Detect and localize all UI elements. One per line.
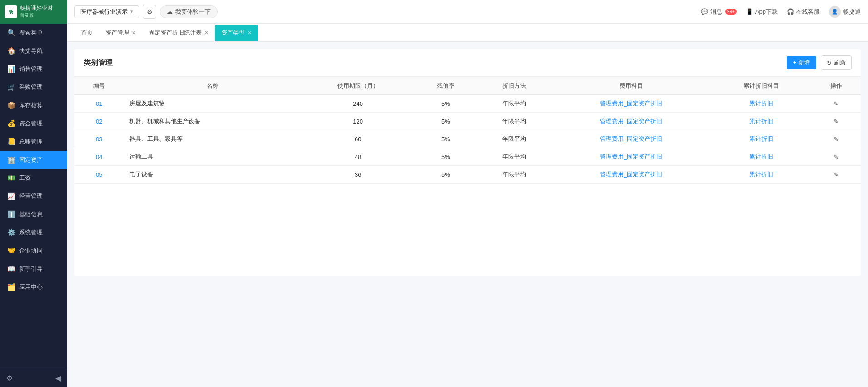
accumulated-link[interactable]: 累计折旧 <box>749 118 773 124</box>
cell-name: 机器、机械和其他生产设备 <box>124 113 302 130</box>
tab-asset-management-close[interactable]: ✕ <box>132 30 136 36</box>
cell-period: 60 <box>301 130 415 148</box>
col-header-residual: 残值率 <box>415 77 477 95</box>
settings-icon[interactable]: ⚙ <box>6 374 13 382</box>
sidebar-item-basic-info[interactable]: ℹ️ 基础信息 <box>0 205 67 223</box>
app-download-label: App下载 <box>755 8 778 16</box>
row-id-link[interactable]: 03 <box>96 136 102 143</box>
expense-link[interactable]: 管理费用_固定资产折旧 <box>600 135 662 142</box>
edit-button[interactable]: ✎ <box>833 154 838 160</box>
col-header-id: 编号 <box>74 77 124 95</box>
col-header-accumulated: 累计折旧科目 <box>711 77 811 95</box>
accumulated-link[interactable]: 累计折旧 <box>749 135 773 142</box>
cell-id: 02 <box>74 113 124 130</box>
sidebar-item-fixed-assets[interactable]: 🏢 固定资产 <box>0 151 67 169</box>
sidebar-label-payroll: 工资 <box>19 174 60 182</box>
cell-accumulated: 累计折旧 <box>711 148 811 166</box>
tab-asset-type[interactable]: 资产类型 ✕ <box>215 25 258 41</box>
user-action[interactable]: 👤 畅捷通 <box>829 6 861 18</box>
cell-expense: 管理费用_固定资产折旧 <box>552 130 711 148</box>
tab-asset-type-close[interactable]: ✕ <box>248 30 252 36</box>
cell-accumulated: 累计折旧 <box>711 130 811 148</box>
refresh-label: 刷新 <box>834 59 846 67</box>
app-download-icon: 📱 <box>746 8 753 15</box>
new-button[interactable]: + 新增 <box>787 56 816 69</box>
sidebar-item-enterprise[interactable]: 🤝 企业协同 <box>0 242 67 260</box>
finance-icon: 💰 <box>7 119 15 128</box>
sidebar-label-operations: 经营管理 <box>19 192 60 200</box>
tab-depreciation-table[interactable]: 固定资产折旧统计表 ✕ <box>142 25 215 41</box>
expense-link[interactable]: 管理费用_固定资产折旧 <box>600 118 662 124</box>
cell-id: 04 <box>74 148 124 166</box>
demo-selector-label: 医疗器械行业演示 <box>80 8 128 16</box>
sidebar-item-payroll[interactable]: 💵 工资 <box>0 169 67 187</box>
experience-button[interactable]: ☁ 我要体验一下 <box>160 5 218 18</box>
top-header: 医疗器械行业演示 ▾ ⚙ ☁ 我要体验一下 💬 消息 99+ 📱 App下载 <box>67 0 868 24</box>
edit-button[interactable]: ✎ <box>833 100 838 107</box>
sidebar-item-app-center[interactable]: 🗂️ 应用中心 <box>0 278 67 296</box>
basic-info-icon: ℹ️ <box>7 210 15 218</box>
message-action[interactable]: 💬 消息 99+ <box>701 8 737 16</box>
collapse-icon[interactable]: ◀ <box>55 374 61 382</box>
category-table: 编号 名称 使用期限（月） 残值率 折旧方法 费用科目 累计折旧科目 操作 01… <box>74 77 861 184</box>
edit-button[interactable]: ✎ <box>833 136 838 143</box>
tab-depreciation-close[interactable]: ✕ <box>204 30 208 36</box>
demo-selector[interactable]: 医疗器械行业演示 ▾ <box>74 5 139 18</box>
sidebar-item-inventory[interactable]: 📦 库存核算 <box>0 96 67 114</box>
cell-period: 36 <box>301 166 415 184</box>
cell-accumulated: 累计折旧 <box>711 113 811 130</box>
sidebar-label-finance: 资金管理 <box>19 119 60 128</box>
expense-link[interactable]: 管理费用_固定资产折旧 <box>600 171 662 178</box>
sidebar-item-quick-nav[interactable]: 🏠 快捷导航 <box>0 42 67 60</box>
sidebar-item-operations[interactable]: 📈 经营管理 <box>0 187 67 205</box>
cell-id: 05 <box>74 166 124 184</box>
row-id-link[interactable]: 02 <box>96 118 102 125</box>
edit-button[interactable]: ✎ <box>833 118 838 125</box>
sidebar-label-inventory: 库存核算 <box>19 101 60 109</box>
cell-name: 电子设备 <box>124 166 302 184</box>
sidebar-item-purchase[interactable]: 🛒 采购管理 <box>0 78 67 96</box>
cell-name: 器具、工具、家具等 <box>124 130 302 148</box>
gear-icon: ⚙ <box>147 8 153 15</box>
row-id-link[interactable]: 01 <box>96 100 102 107</box>
sidebar-item-search[interactable]: 🔍 搜索菜单 <box>0 24 67 42</box>
settings-button[interactable]: ⚙ <box>143 5 156 19</box>
cell-method: 年限平均 <box>477 130 552 148</box>
expense-link[interactable]: 管理费用_固定资产折旧 <box>600 100 662 107</box>
tab-bar: 首页 资产管理 ✕ 固定资产折旧统计表 ✕ 资产类型 ✕ <box>67 24 868 42</box>
message-label: 消息 <box>710 8 722 16</box>
tab-asset-management[interactable]: 资产管理 ✕ <box>99 25 142 41</box>
header-right: 💬 消息 99+ 📱 App下载 🎧 在线客服 👤 畅捷通 <box>701 6 861 18</box>
online-support-action[interactable]: 🎧 在线客服 <box>787 8 820 16</box>
cell-name: 运输工具 <box>124 148 302 166</box>
refresh-button[interactable]: ↻ 刷新 <box>821 55 852 70</box>
username-label: 畅捷通 <box>843 8 861 16</box>
search-icon: 🔍 <box>7 29 15 37</box>
experience-label: 我要体验一下 <box>175 8 211 16</box>
table-row: 01 房屋及建筑物 240 5% 年限平均 管理费用_固定资产折旧 累计折旧 ✎ <box>74 95 861 113</box>
enterprise-icon: 🤝 <box>7 247 15 255</box>
cell-expense: 管理费用_固定资产折旧 <box>552 95 711 113</box>
expense-link[interactable]: 管理费用_固定资产折旧 <box>600 153 662 160</box>
row-id-link[interactable]: 05 <box>96 171 102 178</box>
accumulated-link[interactable]: 累计折旧 <box>749 171 773 178</box>
tab-home[interactable]: 首页 <box>74 25 99 41</box>
edit-button[interactable]: ✎ <box>833 171 838 178</box>
accumulated-link[interactable]: 累计折旧 <box>749 100 773 107</box>
sidebar-item-finance[interactable]: 💰 资金管理 <box>0 114 67 133</box>
sidebar-item-system[interactable]: ⚙️ 系统管理 <box>0 223 67 242</box>
sidebar-item-sales[interactable]: 📊 销售管理 <box>0 60 67 78</box>
cell-period: 240 <box>301 95 415 113</box>
panel-actions: + 新增 ↻ 刷新 <box>787 55 852 70</box>
cell-period: 120 <box>301 113 415 130</box>
sidebar-item-guide[interactable]: 📖 新手引导 <box>0 260 67 278</box>
sidebar-label-fixed-assets: 固定资产 <box>19 156 60 164</box>
row-id-link[interactable]: 04 <box>96 154 102 160</box>
app-download-action[interactable]: 📱 App下载 <box>746 8 778 16</box>
accumulated-link[interactable]: 累计折旧 <box>749 153 773 160</box>
sidebar-label-search: 搜索菜单 <box>19 29 60 37</box>
sidebar-label-guide: 新手引导 <box>19 265 60 273</box>
sidebar-label-system: 系统管理 <box>19 228 60 237</box>
sidebar-item-ledger[interactable]: 📒 总账管理 <box>0 133 67 151</box>
table-header-row: 编号 名称 使用期限（月） 残值率 折旧方法 费用科目 累计折旧科目 操作 <box>74 77 861 95</box>
